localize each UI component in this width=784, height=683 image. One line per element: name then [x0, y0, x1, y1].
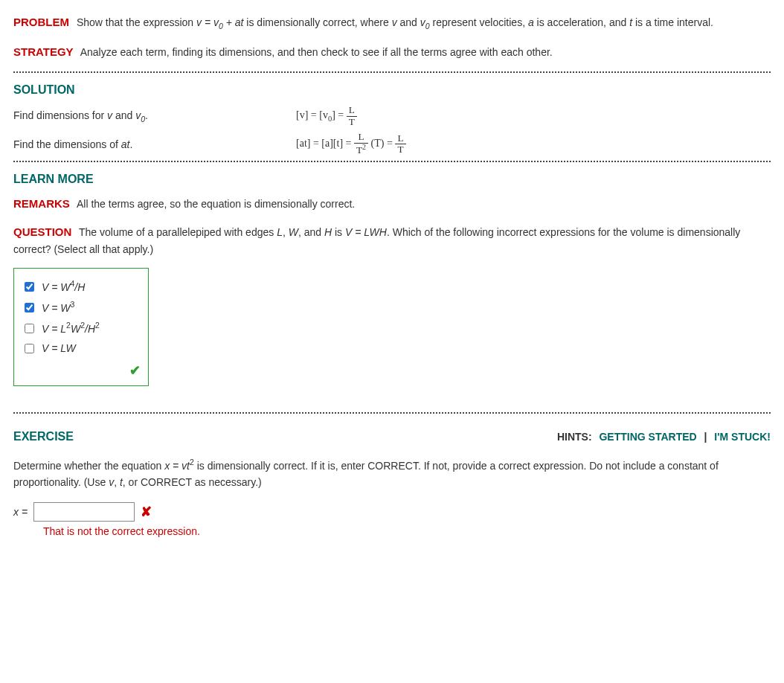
solution-label: SOLUTION — [13, 80, 771, 100]
problem-text-2: is dimensionally correct, where — [246, 16, 391, 28]
hints-label: HINTS: — [557, 431, 592, 443]
exercise-text: Determine whether the equation x = vt2 i… — [13, 456, 771, 490]
option-2[interactable]: V = W3 — [22, 298, 141, 316]
hint-im-stuck[interactable]: I'M STUCK! — [714, 431, 771, 443]
solution-eq-1: [v] = [v0] = LT — [296, 105, 771, 127]
problem-text-1: Show that the expression — [77, 16, 196, 28]
divider — [13, 412, 771, 414]
correct-check-icon: ✔ — [22, 360, 141, 382]
problem-label: PROBLEM — [13, 16, 69, 28]
option-3[interactable]: V = L2W2/H2 — [22, 319, 141, 337]
feedback-text: That is not the correct expression. — [43, 523, 771, 539]
learnmore-label: LEARN MORE — [13, 170, 771, 189]
exercise-header: EXERCISE HINTS: GETTING STARTED | I'M ST… — [13, 421, 771, 452]
divider — [13, 161, 771, 162]
remarks-paragraph: REMARKS All the terms agree, so the equa… — [13, 195, 771, 213]
strategy-label: STRATEGY — [13, 45, 74, 58]
answer-row: x = ✘ — [13, 501, 771, 523]
answer-options-box: V = W4/H V = W3 V = L2W2/H2 V = LW ✔ — [13, 268, 149, 386]
problem-paragraph: PROBLEM Show that the expression v = v0 … — [13, 13, 771, 33]
option-1[interactable]: V = W4/H — [22, 278, 141, 295]
option-2-checkbox[interactable] — [25, 303, 34, 312]
answer-input[interactable] — [33, 502, 135, 522]
solution-row-2: Find the dimensions of at. [at] = [a][t]… — [13, 132, 771, 156]
option-3-checkbox[interactable] — [25, 324, 34, 333]
question-paragraph: QUESTION The volume of a parallelepiped … — [13, 223, 771, 257]
solution-eq-2: [at] = [a][t] = LT2 (T) = LT — [296, 132, 771, 156]
incorrect-x-icon: ✘ — [141, 501, 152, 523]
exercise-label: EXERCISE — [13, 427, 74, 446]
option-4-checkbox[interactable] — [25, 344, 34, 353]
option-4[interactable]: V = LW — [22, 340, 141, 356]
strategy-paragraph: STRATEGY Analyze each term, finding its … — [13, 43, 771, 61]
answer-lhs: x = — [13, 504, 28, 520]
hints-block: HINTS: GETTING STARTED | I'M STUCK! — [557, 429, 771, 445]
problem-eq: v = v0 + at — [196, 16, 243, 28]
hint-getting-started[interactable]: GETTING STARTED — [599, 431, 696, 443]
divider — [13, 71, 771, 73]
solution-row-1: Find dimensions for v and v0. [v] = [v0]… — [13, 105, 771, 127]
question-label: QUESTION — [13, 225, 71, 238]
strategy-text: Analyze each term, finding its dimension… — [80, 46, 553, 58]
remarks-label: REMARKS — [13, 197, 70, 210]
option-1-checkbox[interactable] — [25, 282, 34, 292]
